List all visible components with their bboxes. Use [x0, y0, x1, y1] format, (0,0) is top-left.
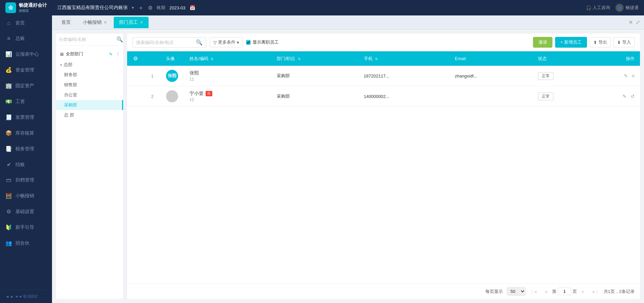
page-size-select[interactable]: 50 20 100 [507, 287, 526, 296]
dept-edit-icon[interactable]: ✎ [109, 52, 113, 57]
employee-code: 11 [190, 77, 266, 82]
logo-text: 畅捷通好会计 旗舰版 [19, 2, 47, 13]
table-header-name[interactable]: 姓名/编码 ⇅ [184, 51, 271, 66]
row-name-cell: 宁小壹 应 12 [184, 86, 271, 107]
dept-item-hq[interactable]: ▾ 总部 [56, 60, 123, 70]
sidebar-item-payroll[interactable]: 💵 工资 [0, 94, 52, 109]
sidebar-item-settings[interactable]: ⚙ 基础设置 [0, 204, 52, 219]
tab-expense[interactable]: 小畅报销 ✕ [77, 17, 112, 28]
edit-icon[interactable]: ✎ [624, 73, 628, 79]
sidebar-item-partner[interactable]: 👥 招合伙 [0, 235, 52, 251]
expand-window-icon[interactable]: ⤢ [636, 19, 640, 26]
dept-arrow-icon: ▾ [60, 62, 62, 67]
sidebar-item-label: 固定资产 [15, 83, 34, 89]
dept-search-area: 🔍 [56, 34, 123, 46]
tab-employees[interactable]: 部门员工 ✕ [114, 17, 149, 28]
dept-item-sales[interactable]: 销售部 [56, 80, 123, 90]
filter-icon: ▽ [213, 40, 217, 45]
invite-button[interactable]: 邀请 [533, 37, 552, 48]
dept-all-row[interactable]: ⊞ 全部部门 ✎ 《 [56, 48, 123, 60]
table-gear-button[interactable]: ⚙ [133, 55, 138, 62]
tab-home[interactable]: 首页 [56, 17, 76, 28]
table-header-phone[interactable]: 手机 ⇅ [359, 51, 450, 66]
refresh-icon[interactable]: ↺ [631, 94, 635, 99]
add-employee-button[interactable]: + 新增员工 [555, 37, 587, 48]
employee-search-box: 🔍 [132, 37, 206, 48]
first-page-button[interactable]: |◄ [530, 288, 540, 295]
logout-icon[interactable]: ⎋ [632, 73, 635, 79]
sidebar-item-funds[interactable]: 💰 资金管理 [0, 62, 52, 78]
toolbar-right: 邀请 + 新增员工 ⬆ 导出 ⬇ 导入 [533, 37, 635, 48]
table-header-dept[interactable]: 部门/职位 ⇅ [271, 51, 359, 66]
sidebar-item-home[interactable]: ⌂ 首页 [0, 15, 52, 31]
add-company-icon[interactable]: ＋ [138, 4, 144, 12]
sidebar-item-invoices[interactable]: 🧾 发票管理 [0, 109, 52, 125]
sidebar-item-tax[interactable]: 📑 税务管理 [0, 141, 52, 157]
close-window-icon[interactable]: ✕ [629, 19, 633, 26]
assets-icon: 🏢 [5, 83, 12, 89]
employee-panel: 🔍 ▽ 更多条件 ▾ 显示离职员工 邀请 + 新增员工 [127, 34, 640, 299]
import-button[interactable]: ⬇ 导入 [613, 37, 635, 47]
tab-employees-label: 部门员工 [119, 19, 138, 26]
service-button[interactable]: 🎧 人工咨询 [586, 5, 610, 11]
dept-item-office[interactable]: 办公室 [56, 90, 123, 100]
page-nav: |◄ ◄ 第 页 ► ►| [530, 288, 600, 295]
tab-employees-close[interactable]: ✕ [140, 20, 143, 25]
sidebar-item-reports[interactable]: 📊 云报表中心 [0, 46, 52, 62]
sidebar: ⌂ 首页 ≡ 总账 📊 云报表中心 💰 资金管理 🏢 固定资产 💵 工资 🧾 发… [0, 15, 52, 303]
user-area[interactable]: 👤 畅捷通 [615, 4, 639, 12]
sidebar-item-expense[interactable]: 🧮 小畅报销 [0, 188, 52, 204]
inventory-icon: 📦 [5, 130, 12, 136]
next-page-button[interactable]: ► [579, 288, 588, 295]
headset-icon: 🎧 [586, 5, 591, 10]
sidebar-item-archive[interactable]: 🗃 归档管理 [0, 172, 52, 188]
sidebar-item-inventory[interactable]: 📦 库存核算 [0, 125, 52, 141]
logo-icon: 会 [5, 2, 16, 13]
sidebar-item-guide[interactable]: 🔰 新手引导 [0, 219, 52, 235]
row-avatar-cell [161, 86, 184, 107]
tab-home-label: 首页 [61, 19, 71, 26]
row-num-cell: 1 [144, 66, 161, 86]
table-header-status: 状态 [533, 51, 600, 66]
show-resigned-checkbox[interactable] [246, 40, 251, 45]
dept-search-icon[interactable]: 🔍 [116, 36, 123, 43]
export-button[interactable]: ⬆ 导出 [590, 37, 611, 47]
import-icon: ⬇ [617, 40, 621, 45]
page-size-label: 每页显示 [485, 289, 503, 295]
page-content: 🔍 ⊞ 全部部门 ✎ 《 ▾ 总部 财务部 销售部 办公室 [52, 30, 644, 303]
search-icon[interactable]: 🔍 [196, 39, 203, 46]
show-resigned-row: 显示离职员工 [246, 39, 279, 45]
import-label: 导入 [622, 39, 631, 45]
home-icon: ⌂ [5, 20, 12, 26]
tax-icon: 📑 [5, 146, 12, 152]
row-select-cell [127, 86, 144, 107]
last-page-button[interactable]: ►| [590, 288, 600, 295]
user-name: 畅捷通 [626, 5, 639, 11]
dept-item-purchase[interactable]: 采购部 [56, 100, 123, 110]
calendar-icon[interactable]: 📅 [190, 5, 195, 10]
page-number-input[interactable] [558, 288, 571, 295]
prev-page-button[interactable]: ◄ [541, 288, 550, 295]
dept-search-input[interactable] [59, 37, 115, 42]
sidebar-item-settle[interactable]: ✔ 结账 [0, 157, 52, 172]
dept-grid-icon: ⊞ [60, 52, 64, 57]
sidebar-item-label: 工资 [15, 99, 25, 105]
edit-icon[interactable]: ✎ [623, 94, 627, 99]
employee-name: 宁小壹 [190, 91, 204, 97]
filter-button[interactable]: ▽ 更多条件 ▾ [210, 37, 243, 47]
company-settings-icon[interactable]: ⚙ [148, 5, 153, 11]
employee-table-container: ⚙ 头像 姓名/编码 ⇅ 部门/职位 ⇅ 手机 ⇅ Email 状态 操作 [127, 51, 640, 284]
dept-item-hq2[interactable]: 总 部 [56, 110, 123, 120]
unpin-button[interactable]: ◄◄ ◄◄ 取消固定 [0, 290, 52, 303]
dept-tree: ⊞ 全部部门 ✎ 《 ▾ 总部 财务部 销售部 办公室 采购部 总 部 [56, 46, 123, 299]
sidebar-item-label: 首页 [15, 20, 25, 26]
employee-search-input[interactable] [136, 40, 194, 45]
app-title: 畅捷通好会计 [19, 2, 47, 8]
company-dropdown-icon[interactable]: ▾ [132, 5, 134, 10]
dept-collapse-icon[interactable]: 《 [115, 51, 119, 57]
table-row: 1 张熙 张熙 11 采购部 187202117... zhangxidf... [127, 66, 640, 86]
sidebar-item-ledger[interactable]: ≡ 总账 [0, 31, 52, 46]
tab-expense-close[interactable]: ✕ [104, 20, 107, 25]
dept-item-finance[interactable]: 财务部 [56, 70, 123, 80]
sidebar-item-assets[interactable]: 🏢 固定资产 [0, 78, 52, 94]
